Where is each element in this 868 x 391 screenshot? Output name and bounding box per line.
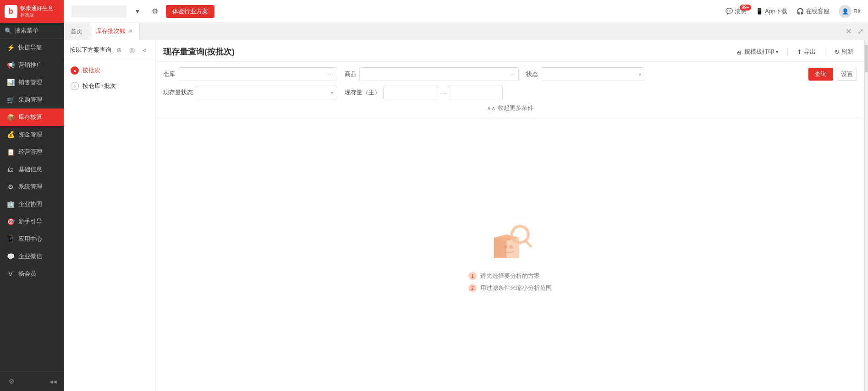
stock-status-dropdown-icon: ▾ [331, 90, 333, 95]
sidebar-item-inventory[interactable]: 📦 库存核算 [0, 109, 64, 126]
filter-row-1: 仓库 ··· 商品 ··· [163, 67, 857, 81]
stock-status-select[interactable]: ▾ [196, 86, 337, 99]
purchase-icon: 🛒 [6, 96, 15, 104]
left-panel-title: 按以下方案查询 [70, 46, 111, 54]
tab-home[interactable]: 首页 [64, 23, 89, 40]
stock-qty-from-input[interactable] [383, 86, 438, 99]
right-scrollbar[interactable] [864, 40, 868, 391]
batch-dot: ● [71, 66, 79, 75]
tab-close-icon[interactable]: ✕ [128, 28, 133, 34]
export-btn[interactable]: ⬆ 导出 [793, 46, 819, 58]
apps-icon: 📱 [6, 235, 15, 243]
query-button[interactable]: 查询 [808, 68, 833, 81]
dropdown-icon[interactable]: ▾ [131, 5, 144, 18]
sidebar-item-label: 营销推广 [18, 61, 42, 69]
sidebar-item-marketing[interactable]: 📢 营销推广 [0, 56, 64, 74]
sidebar-item-label: 基础信息 [18, 165, 42, 174]
warehouse-label: 仓库 [163, 70, 175, 78]
scrollbar-handle[interactable] [865, 45, 868, 72]
print-icon: 🖨 [736, 49, 742, 55]
main-content: ▾ ⚙ 体验行业方案 💬 消息 99+ 📱 App下载 🎧 在线客服 👤 Rit [64, 0, 868, 391]
marketing-icon: 📢 [6, 61, 15, 69]
basics-icon: 🗂 [6, 165, 15, 174]
status-dropdown-icon: ▾ [639, 72, 641, 77]
sidebar-item-basics[interactable]: 🗂 基础信息 [0, 161, 64, 178]
settings-button[interactable]: 设置 [837, 68, 857, 81]
stock-qty-to-input[interactable] [448, 86, 503, 99]
sidebar-item-purchase[interactable]: 🛒 采购管理 [0, 91, 64, 109]
sidebar-item-sales[interactable]: 📊 销售管理 [0, 74, 64, 91]
page-area: 按以下方案查询 ⊕ ◎ « ● 按批次 ○ 按仓库+批次 [64, 40, 868, 391]
right-panel: 现存量查询(按批次) 🖨 按模板打印 ▾ ⬆ 导出 ↻ 刷 [156, 40, 864, 391]
collapse-filter-btn[interactable]: ∧∧ 收起更多条件 [163, 104, 857, 112]
tab-inventory-batch[interactable]: 库存批次账 ✕ [89, 23, 140, 40]
messages-item[interactable]: 💬 消息 99+ [725, 7, 747, 16]
try-industry-button[interactable]: 体验行业方案 [166, 5, 214, 18]
wechat-icon: 💬 [6, 252, 15, 261]
sidebar-item-quick-nav[interactable]: ⚡ 快捷导航 [0, 39, 64, 56]
left-panel: 按以下方案查询 ⊕ ◎ « ● 按批次 ○ 按仓库+批次 [64, 40, 156, 391]
svg-point-5 [504, 245, 507, 249]
step-1-num: 1 [468, 272, 477, 280]
product-label: 商品 [345, 70, 357, 78]
top-bar: ▾ ⚙ 体验行业方案 💬 消息 99+ 📱 App下载 🎧 在线客服 👤 Rit [64, 0, 868, 23]
status-filter-field: 状态 ▾ [526, 67, 645, 81]
status-select[interactable]: ▾ [541, 67, 645, 81]
sidebar-item-guide[interactable]: 🎯 新手引导 [0, 213, 64, 230]
stock-status-field: 现存量状态 ▾ [163, 86, 337, 99]
page-actions: 🖨 按模板打印 ▾ ⬆ 导出 ↻ 刷新 [733, 46, 857, 58]
refresh-btn[interactable]: ↻ 刷新 [831, 46, 857, 58]
add-scheme-btn[interactable]: ⊕ [114, 45, 124, 55]
message-icon: 💬 [725, 8, 733, 15]
sidebar-item-finance[interactable]: 💰 资金管理 [0, 126, 64, 143]
collapse-label: 收起更多条件 [498, 104, 533, 112]
scheme-by-warehouse-batch[interactable]: ○ 按仓库+批次 [64, 78, 155, 94]
scheme-list: ● 按批次 ○ 按仓库+批次 [64, 60, 155, 97]
user-profile-item[interactable]: 👤 Rit [839, 5, 861, 18]
panel-expand-btn[interactable]: ⤢ [857, 27, 863, 36]
sidebar-item-system[interactable]: ⚙ 系统管理 [0, 178, 64, 196]
sidebar-item-operations[interactable]: 📋 经营管理 [0, 143, 64, 161]
settings-icon[interactable]: ⚙ [148, 5, 161, 18]
panel-close-btn[interactable]: ✕ [843, 26, 854, 37]
app-name: 畅康通好生意 [20, 5, 53, 12]
top-search-input[interactable] [71, 5, 126, 17]
app-download-item[interactable]: 📱 App下载 [756, 7, 787, 16]
online-service-label: 在线客服 [806, 7, 830, 16]
inventory-icon: 📦 [6, 113, 15, 121]
search-menu-item[interactable]: 🔍 搜索菜单 [0, 23, 64, 39]
sidebar-item-apps[interactable]: 📱 应用中心 [0, 230, 64, 248]
step-2-text: 用过滤条件来缩小分析范围 [480, 284, 552, 292]
product-dots-icon[interactable]: ··· [509, 71, 515, 78]
tab-bar: 首页 库存批次账 ✕ ✕ ⤢ [64, 23, 868, 40]
sidebar-item-vip[interactable]: V 畅会员 [0, 265, 64, 282]
online-service-item[interactable]: 🎧 在线客服 [797, 7, 830, 16]
warehouse-dots-icon[interactable]: ··· [328, 71, 333, 78]
warehouse-input[interactable]: ··· [178, 67, 337, 81]
sidebar-item-label: 销售管理 [18, 78, 42, 87]
sidebar-item-label: 新手引导 [18, 217, 42, 226]
export-label: 导出 [804, 48, 816, 56]
sidebar-bottom: ⚙ ◀◀ [0, 371, 64, 391]
settings-bottom-icon[interactable]: ⚙ [6, 376, 16, 386]
empty-state: 1 请先选择要分析的方案 2 用过滤条件来缩小分析范围 [156, 118, 864, 391]
sidebar-item-wechat[interactable]: 💬 企业微信 [0, 248, 64, 265]
scheme-by-warehouse-batch-label: 按仓库+批次 [82, 82, 116, 90]
messages-badge: 99+ [740, 5, 751, 11]
refresh-label: 刷新 [841, 48, 853, 56]
sidebar-item-label: 企业微信 [18, 252, 42, 261]
sidebar-collapse-btn[interactable]: ◀◀ [49, 377, 58, 386]
collapse-panel-btn[interactable]: « [140, 45, 150, 55]
stock-qty-label: 现存量（主） [345, 88, 380, 97]
sidebar-item-enterprise[interactable]: 🏢 企业协同 [0, 196, 64, 213]
empty-step-2: 2 用过滤条件来缩小分析范围 [468, 284, 552, 292]
system-icon: ⚙ [6, 183, 15, 191]
print-template-btn[interactable]: 🖨 按模板打印 ▾ [733, 46, 782, 58]
sidebar-header: b 畅康通好生意 标准版 [0, 0, 64, 23]
status-label: 状态 [526, 70, 538, 78]
export-icon: ⬆ [797, 49, 802, 55]
manage-scheme-btn[interactable]: ◎ [127, 45, 137, 55]
guide-icon: 🎯 [6, 217, 15, 226]
scheme-by-batch[interactable]: ● 按批次 [64, 63, 155, 78]
product-input[interactable]: ··· [359, 67, 519, 81]
